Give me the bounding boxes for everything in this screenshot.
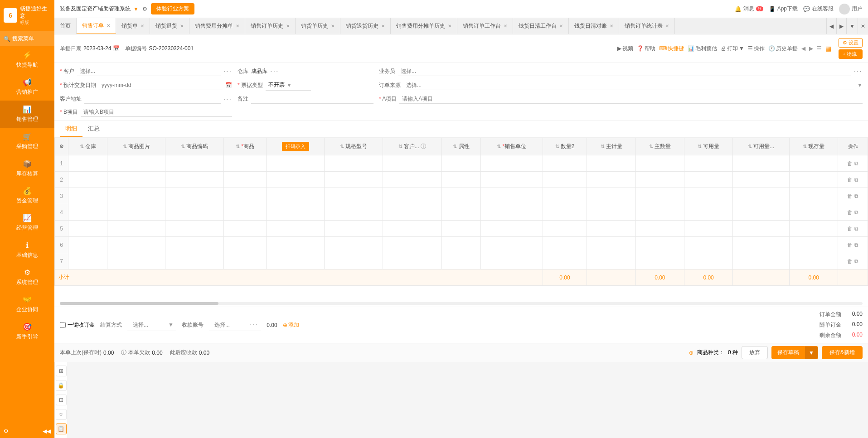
row-customer-5[interactable]	[383, 221, 441, 237]
sidebar-item-inventory[interactable]: 📦 库存核算	[0, 155, 54, 182]
row-main-qty-2[interactable]	[635, 172, 684, 188]
row-spec-4[interactable]	[325, 204, 383, 221]
right-tool-4[interactable]: ☆	[56, 409, 67, 420]
receipt-account-input[interactable]	[212, 320, 248, 329]
one-click-checkbox[interactable]: 一键收订金	[60, 321, 95, 329]
copy-icon[interactable]: ⧉	[854, 242, 858, 248]
tab-cash-reconcile[interactable]: 钱货日清对账 ✕	[569, 18, 619, 34]
profit-btn[interactable]: 📊 毛利预估	[688, 45, 717, 53]
row-qty2-1[interactable]	[543, 155, 587, 172]
online-service-btn[interactable]: 💬 在线客服	[803, 5, 834, 13]
tab-close-icon[interactable]: ✕	[504, 24, 507, 29]
table-scrollbar[interactable]	[54, 300, 868, 307]
row-scan-5[interactable]	[267, 221, 325, 237]
form-view-icon[interactable]: ▦	[825, 45, 831, 52]
row-avail-qty-1[interactable]	[684, 155, 732, 172]
row-avail-qty2-7[interactable]	[733, 253, 790, 270]
detail-tab-summary[interactable]: 汇总	[82, 121, 105, 137]
row-scan-3[interactable]	[267, 188, 325, 204]
row-image-2[interactable]	[107, 172, 165, 188]
scan-button[interactable]: 扫码录入	[282, 142, 309, 151]
row-scan-6[interactable]	[267, 237, 325, 253]
delete-icon[interactable]: 🗑	[847, 177, 853, 183]
row-goods-6[interactable]	[223, 237, 266, 253]
row-qty2-4[interactable]	[543, 204, 587, 221]
calendar-icon[interactable]: 📅	[113, 45, 120, 52]
row-code-5[interactable]	[165, 221, 223, 237]
row-main-qty-5[interactable]	[635, 221, 684, 237]
sidebar-item-management[interactable]: 📈 经营管理	[0, 209, 54, 236]
row-image-7[interactable]	[107, 253, 165, 270]
row-goods-7[interactable]	[223, 253, 266, 270]
industry-btn[interactable]: 体验行业方案	[151, 3, 194, 14]
notification-btn[interactable]: 🔔 消息 9	[735, 5, 763, 13]
single-date-value[interactable]: 2023-03-24	[83, 45, 111, 52]
invoice-type-select[interactable]: 不开票 ▼	[266, 80, 311, 91]
list-view-icon[interactable]: ☰	[817, 45, 822, 52]
row-attr-2[interactable]	[441, 172, 480, 188]
row-warehouse-5[interactable]	[68, 221, 107, 237]
row-spec-1[interactable]	[325, 155, 383, 172]
tab-close-icon[interactable]: ✕	[381, 24, 385, 29]
row-qty2-5[interactable]	[543, 221, 587, 237]
sidebar-search[interactable]: 🔍 搜索菜单	[0, 31, 54, 46]
row-image-3[interactable]	[107, 188, 165, 204]
remark-input[interactable]	[251, 94, 373, 104]
row-scan-7[interactable]	[267, 253, 325, 270]
receipt-account-select[interactable]: ···	[209, 319, 261, 331]
th-gear[interactable]: ⚙	[55, 138, 68, 155]
right-tool-3[interactable]: ⊡	[56, 395, 67, 405]
row-customer-7[interactable]	[383, 253, 441, 270]
row-spec-2[interactable]	[325, 172, 383, 188]
tab-close-icon[interactable]: ✕	[610, 24, 613, 29]
order-source-arrow-icon[interactable]: ▼	[857, 82, 863, 88]
row-warehouse-3[interactable]	[68, 188, 107, 204]
row-current-qty-6[interactable]	[790, 237, 838, 253]
row-customer-1[interactable]	[383, 155, 441, 172]
row-attr-4[interactable]	[441, 204, 480, 221]
right-tool-1[interactable]: ⊞	[56, 366, 67, 376]
customer-address-input[interactable]	[84, 94, 221, 104]
row-unit-6[interactable]	[481, 237, 543, 253]
sidebar-item-marketing[interactable]: 📢 营销推广	[0, 73, 54, 101]
customer-more-icon[interactable]: ···	[223, 67, 232, 76]
sidebar-collapse-icon[interactable]: ◀◀	[43, 428, 51, 434]
row-qty2-7[interactable]	[543, 253, 587, 270]
delete-icon[interactable]: 🗑	[847, 242, 853, 248]
row-goods-2[interactable]	[223, 172, 266, 188]
row-scan-2[interactable]	[267, 172, 325, 188]
copy-icon[interactable]: ⧉	[854, 226, 858, 232]
row-qty2-6[interactable]	[543, 237, 587, 253]
sidebar-item-basic-info[interactable]: ℹ 基础信息	[0, 236, 54, 264]
tab-sales-order[interactable]: 销售订单 ✕	[77, 18, 116, 34]
row-avail-qty2-3[interactable]	[733, 188, 790, 204]
row-unit-4[interactable]	[481, 204, 543, 221]
payment-method-input[interactable]	[130, 320, 166, 329]
row-warehouse-6[interactable]	[68, 237, 107, 253]
right-tool-5[interactable]: 📋	[56, 424, 67, 434]
tab-close-icon[interactable]: ✕	[559, 24, 563, 29]
tab-close-icon[interactable]: ✕	[236, 24, 239, 29]
delete-icon[interactable]: 🗑	[847, 258, 853, 265]
right-tool-2[interactable]: 🔒	[56, 380, 67, 391]
row-unit-1[interactable]	[481, 155, 543, 172]
row-current-qty-3[interactable]	[790, 188, 838, 204]
order-source-input[interactable]	[403, 81, 854, 90]
row-goods-3[interactable]	[223, 188, 266, 204]
row-warehouse-1[interactable]	[68, 155, 107, 172]
tab-sales-workbench[interactable]: 销售订单工作台 ✕	[457, 18, 513, 34]
copy-icon[interactable]: ⧉	[854, 209, 858, 216]
row-unit-5[interactable]	[481, 221, 543, 237]
customer-address-more-icon[interactable]: ···	[223, 95, 232, 103]
row-main-unit-7[interactable]	[587, 253, 635, 270]
row-spec-7[interactable]	[325, 253, 383, 270]
row-avail-qty-5[interactable]	[684, 221, 732, 237]
row-goods-4[interactable]	[223, 204, 266, 221]
row-goods-1[interactable]	[223, 155, 266, 172]
view-btn[interactable]: ▶ 视频	[617, 45, 633, 53]
row-avail-qty-3[interactable]	[684, 188, 732, 204]
row-customer-4[interactable]	[383, 204, 441, 221]
prev-record-icon[interactable]: ◀	[801, 45, 805, 52]
dropdown-icon[interactable]: ▼	[133, 6, 139, 12]
row-code-6[interactable]	[165, 237, 223, 253]
